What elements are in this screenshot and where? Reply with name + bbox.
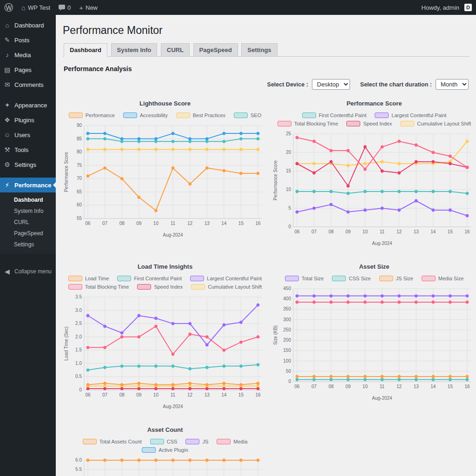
legend-label: First Contentful Paint <box>134 276 182 281</box>
legend-item[interactable]: Media <box>217 439 247 444</box>
comments-counter[interactable]: 0 <box>54 0 75 15</box>
submenu-item-system-info[interactable]: System Info <box>0 205 56 217</box>
svg-text:1.5: 1.5 <box>75 347 82 352</box>
legend-item[interactable]: SEO <box>234 112 261 118</box>
legend-item[interactable]: CSS <box>150 439 178 444</box>
tab-curl[interactable]: CURL <box>161 43 190 57</box>
plus-icon: + <box>79 4 83 11</box>
legend-item[interactable]: Cumulative Layout Shift <box>191 284 262 290</box>
svg-text:12: 12 <box>187 392 193 397</box>
sidebar-item-plugins[interactable]: ❖ Plugins <box>0 112 56 127</box>
duration-select[interactable]: Month <box>436 79 469 90</box>
site-name-link[interactable]: ⌂ WP Test <box>17 0 54 15</box>
svg-text:11: 11 <box>171 221 176 226</box>
submenu-item-settings[interactable]: Settings <box>0 239 56 250</box>
svg-text:16: 16 <box>255 221 261 226</box>
sidebar-item-users[interactable]: ☺ Users <box>0 127 56 142</box>
sidebar-item-tools[interactable]: ⚒ Tools <box>0 142 56 157</box>
device-select[interactable]: Desktop <box>312 79 350 90</box>
legend-item[interactable]: CSS Size <box>332 276 370 281</box>
settings-gear-icon: ⚙ <box>4 161 11 168</box>
submenu-item-curl[interactable]: CURL <box>0 217 56 228</box>
svg-text:09: 09 <box>345 229 351 234</box>
legend-item[interactable]: Total Blocking Time <box>278 121 338 126</box>
tools-icon: ⚒ <box>4 146 11 153</box>
my-account-menu[interactable]: Howdy, admin D <box>417 0 476 15</box>
chart-lighthouse-score: Lighthouse Score PerformanceAccessibilit… <box>63 100 267 247</box>
svg-text:10: 10 <box>363 384 368 389</box>
wordpress-logo[interactable]: Ⓦ <box>0 0 17 15</box>
svg-text:10: 10 <box>153 392 159 397</box>
sidebar-item-pages[interactable]: ▤ Pages <box>0 62 56 77</box>
legend-swatch <box>185 439 199 444</box>
legend-item[interactable]: Best Practices <box>176 112 225 118</box>
line-chart: 1.01.52.02.53.03.54.04.55.05.56.00607080… <box>63 456 267 476</box>
svg-text:75: 75 <box>77 163 82 168</box>
legend-swatch <box>142 447 156 453</box>
comment-bubble-icon <box>59 5 65 9</box>
tab-settings[interactable]: Settings <box>241 43 277 57</box>
legend-label: Largest Contentful Paint <box>391 112 446 118</box>
legend-item[interactable]: JS <box>185 439 208 444</box>
legend-item[interactable]: Performance <box>69 112 115 118</box>
line-chart: 0501001502002503003504004500607080910111… <box>272 285 476 402</box>
sidebar-item-label: Dashboard <box>14 22 44 29</box>
media-icon: ♪ <box>4 51 11 59</box>
chart-controls: Select Device : Desktop Select the chart… <box>63 79 469 90</box>
sidebar-item-comments[interactable]: ✉ Comments <box>0 77 56 92</box>
line-chart: 05101520250607080910111213141516Aug-2024… <box>272 130 476 247</box>
tab-dashboard[interactable]: Dashboard <box>64 43 107 57</box>
legend-item[interactable]: First Contentful Paint <box>302 112 367 118</box>
legend-item[interactable]: Accessibility <box>123 112 168 118</box>
legend-label: CSS <box>167 439 178 444</box>
legend-swatch <box>117 276 131 281</box>
legend-label: Cumulative Layout Shift <box>208 284 262 290</box>
svg-text:11: 11 <box>380 384 385 389</box>
svg-text:13: 13 <box>205 392 210 397</box>
legend-item[interactable]: Cumulative Layout Shift <box>400 121 471 126</box>
legend-item[interactable]: Speed Index <box>137 284 183 290</box>
legend-swatch <box>150 439 164 444</box>
svg-text:350: 350 <box>283 306 291 311</box>
legend-item[interactable]: First Contentful Paint <box>117 276 182 281</box>
svg-text:50: 50 <box>286 369 291 374</box>
tab-system-info[interactable]: System Info <box>111 43 158 57</box>
sidebar-item-label: Performance <box>14 182 51 189</box>
sidebar-item-settings[interactable]: ⚙ Settings <box>0 157 56 172</box>
sidebar-item-performance[interactable]: ⚡ Performance <box>0 178 56 192</box>
duration-select-label: Select the chart duration : <box>360 81 432 88</box>
sidebar-item-posts[interactable]: ✎ Posts <box>0 33 56 47</box>
legend-item[interactable]: JS Size <box>379 276 413 281</box>
sidebar-item-dashboard[interactable]: ⌂ Dashboard <box>0 18 56 33</box>
legend-item[interactable]: Largest Contentful Paint <box>190 276 262 281</box>
legend-item[interactable]: Total Blocking Time <box>68 284 129 290</box>
svg-text:Load Time (Sec): Load Time (Sec) <box>64 326 69 360</box>
main-content: Performance Monitor Dashboard System Inf… <box>56 0 476 476</box>
legend-label: Total Blocking Time <box>85 284 129 290</box>
svg-text:16: 16 <box>464 384 470 389</box>
legend-label: Total Blocking Time <box>294 121 338 126</box>
svg-text:250: 250 <box>283 327 291 332</box>
svg-text:Aug-2024: Aug-2024 <box>163 404 183 409</box>
submenu-item-dashboard[interactable]: Dashboard <box>0 194 56 205</box>
svg-text:Size (KB): Size (KB) <box>273 325 278 345</box>
new-content-button[interactable]: + New <box>75 0 102 15</box>
collapse-menu-button[interactable]: ◀ Collapse menu <box>0 264 56 279</box>
submenu-item-pagespeed[interactable]: PageSpeed <box>0 228 56 239</box>
legend-item[interactable]: Total Assets Count <box>83 439 142 444</box>
sidebar-item-label: Tools <box>14 146 28 153</box>
sidebar-item-media[interactable]: ♪ Media <box>0 47 56 62</box>
svg-text:13: 13 <box>205 221 210 226</box>
legend-item[interactable]: Media Size <box>422 276 463 281</box>
sidebar-item-appearance[interactable]: ✦ Appearance <box>0 98 56 112</box>
legend-item[interactable]: Active Plugin <box>142 447 188 453</box>
tab-pagespeed[interactable]: PageSpeed <box>193 43 238 57</box>
legend-item[interactable]: Total Size <box>285 276 324 281</box>
legend-item[interactable]: Largest Contentful Paint <box>375 112 446 118</box>
legend-item[interactable]: Speed Index <box>346 121 392 126</box>
svg-text:06: 06 <box>85 392 91 397</box>
legend-label: Total Assets Count <box>99 439 142 444</box>
svg-text:60: 60 <box>77 202 82 207</box>
legend-item[interactable]: Load Time <box>68 276 109 281</box>
page-title: Performance Monitor <box>63 24 469 37</box>
